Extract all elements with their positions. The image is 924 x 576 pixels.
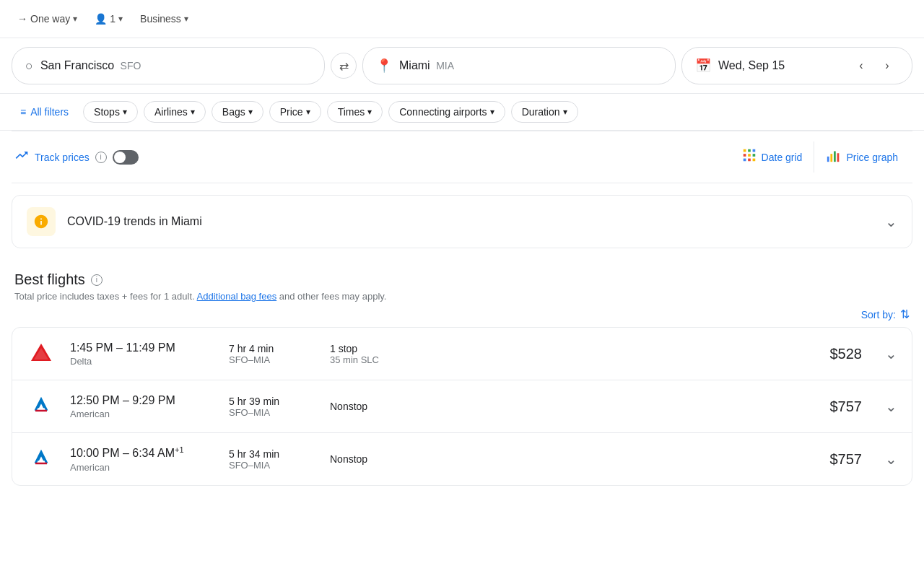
class-label: Business (140, 13, 181, 25)
main-divider (12, 183, 912, 183)
date-grid-label: Date grid (762, 152, 803, 163)
bags-filter[interactable]: Bags ▾ (212, 101, 263, 123)
svg-rect-12 (837, 153, 840, 162)
flight-price-1: $528 (830, 346, 863, 362)
flight-airline-1: Delta (70, 356, 214, 367)
best-flights-info-icon[interactable]: i (91, 274, 103, 286)
flight-stops-3: Nonstop (330, 453, 460, 465)
expand-flight-2-icon[interactable]: ⌄ (885, 398, 897, 415)
airlines-chevron-icon: ▾ (191, 107, 195, 117)
flight-row[interactable]: 12:50 PM – 9:29 PM American 5 hr 39 min … (12, 380, 912, 433)
svg-rect-3 (743, 154, 746, 157)
top-bar: → One way ▾ 👤 1 ▾ Business ▾ (0, 0, 924, 38)
flight-duration-1: 7 hr 4 min SFO–MIA (229, 343, 315, 365)
all-filters-button[interactable]: ≡ All filters (12, 102, 77, 122)
passengers-selector[interactable]: 👤 1 ▾ (89, 9, 128, 29)
svg-rect-4 (748, 154, 751, 157)
svg-rect-1 (748, 149, 751, 152)
flight-duration-3: 5 hr 34 min SFO–MIA (229, 448, 315, 471)
origin-name: San Francisco (40, 59, 114, 71)
date-field[interactable]: 📅 Wed, Sep 15 ‹ › (681, 47, 912, 84)
duration-filter[interactable]: Duration ▾ (511, 101, 578, 123)
person-icon: 👤 (95, 13, 107, 25)
sort-row: Sort by: ⇅ (0, 307, 924, 327)
price-chevron-icon: ▾ (306, 107, 310, 117)
best-flights-title: Best flights i (14, 271, 910, 288)
connecting-airports-filter[interactable]: Connecting airports ▾ (388, 101, 505, 123)
sort-icon[interactable]: ⇅ (900, 307, 910, 321)
price-graph-button[interactable]: Price graph (814, 141, 910, 173)
flights-list: 1:45 PM – 11:49 PM Delta 7 hr 4 min SFO–… (12, 327, 912, 486)
best-flights-subtitle: Total price includes taxes + fees for 1 … (14, 291, 910, 302)
covid-expand-icon: ⌄ (885, 213, 897, 230)
class-chevron-icon: ▾ (184, 14, 188, 24)
origin-field[interactable]: ○ San Francisco SFO (12, 47, 325, 84)
destination-code: MIA (436, 60, 454, 71)
flight-times-2: 12:50 PM – 9:29 PM American (70, 394, 214, 419)
best-flights-section: Best flights i Total price includes taxe… (0, 260, 924, 307)
flight-time-range-3: 10:00 PM – 6:34 AM+1 (70, 445, 214, 460)
flight-price-3: $757 (830, 451, 863, 468)
search-bar: ○ San Francisco SFO ⇄ 📍 Miami MIA 📅 Wed,… (0, 38, 924, 94)
view-options: Date grid Price graph (730, 141, 910, 173)
stops-filter[interactable]: Stops ▾ (83, 101, 138, 123)
flight-price-2: $757 (830, 398, 863, 415)
covid-info-icon (27, 207, 56, 236)
track-section: Track prices i Date grid (0, 131, 924, 183)
flight-time-range-1: 1:45 PM – 11:49 PM (70, 341, 214, 354)
airline-logo-american-1 (27, 392, 56, 421)
airline-logo-delta (27, 339, 56, 368)
flight-duration-2: 5 hr 39 min SFO–MIA (229, 396, 315, 418)
times-filter[interactable]: Times ▾ (327, 101, 383, 123)
svg-rect-5 (752, 154, 755, 157)
track-prices-toggle[interactable] (113, 150, 139, 165)
svg-rect-8 (752, 159, 755, 162)
airline-logo-american-2 (27, 445, 56, 474)
next-date-button[interactable]: › (876, 54, 899, 77)
times-chevron-icon: ▾ (367, 107, 372, 117)
flight-row[interactable]: 10:00 PM – 6:34 AM+1 American 5 hr 34 mi… (12, 433, 912, 485)
destination-name: Miami (399, 59, 430, 71)
trip-type-selector[interactable]: → One way ▾ (12, 9, 83, 29)
prev-date-button[interactable]: ‹ (850, 54, 873, 77)
expand-flight-3-icon[interactable]: ⌄ (885, 450, 897, 468)
sort-by-label: Sort by: (861, 309, 896, 320)
origin-code: SFO (121, 60, 141, 71)
origin-city: San Francisco SFO (40, 59, 141, 72)
destination-city: Miami MIA (399, 59, 454, 72)
flight-airline-2: American (70, 409, 214, 419)
price-filter[interactable]: Price ▾ (269, 101, 321, 123)
covid-section[interactable]: COVID-19 trends in Miami ⌄ (12, 195, 912, 248)
svg-rect-0 (743, 149, 746, 152)
bags-chevron-icon: ▾ (248, 107, 253, 117)
flight-stops-1: 1 stop 35 min SLC (330, 343, 460, 365)
track-prices-info-icon[interactable]: i (95, 152, 107, 163)
flight-time-range-2: 12:50 PM – 9:29 PM (70, 394, 214, 407)
swap-button[interactable]: ⇄ (331, 53, 357, 79)
svg-rect-2 (752, 149, 755, 152)
track-prices-label: Track prices (35, 152, 90, 163)
date-grid-button[interactable]: Date grid (730, 141, 814, 173)
origin-circle-icon: ○ (25, 58, 33, 74)
track-prices-left: Track prices i (14, 148, 139, 166)
class-selector[interactable]: Business ▾ (134, 9, 194, 29)
duration-chevron-icon: ▾ (563, 107, 567, 117)
destination-field[interactable]: 📍 Miami MIA (362, 47, 676, 84)
passengers-label: 1 (110, 13, 116, 25)
flight-airline-3: American (70, 462, 214, 473)
svg-rect-10 (831, 154, 833, 162)
trending-up-icon (14, 148, 29, 166)
connecting-airports-chevron-icon: ▾ (490, 107, 494, 117)
airlines-filter[interactable]: Airlines ▾ (144, 101, 206, 123)
expand-flight-1-icon[interactable]: ⌄ (885, 345, 897, 362)
svg-rect-7 (748, 159, 751, 162)
flight-stops-2: Nonstop (330, 401, 460, 412)
svg-rect-6 (743, 159, 746, 162)
flight-times-3: 10:00 PM – 6:34 AM+1 American (70, 445, 214, 472)
trip-type-chevron-icon: ▾ (73, 14, 77, 24)
date-value: Wed, Sep 15 (718, 59, 785, 72)
flight-times-1: 1:45 PM – 11:49 PM Delta (70, 341, 214, 367)
svg-rect-11 (834, 152, 836, 162)
additional-bag-fees-link[interactable]: Additional bag fees (197, 291, 277, 302)
flight-row[interactable]: 1:45 PM – 11:49 PM Delta 7 hr 4 min SFO–… (12, 328, 912, 380)
